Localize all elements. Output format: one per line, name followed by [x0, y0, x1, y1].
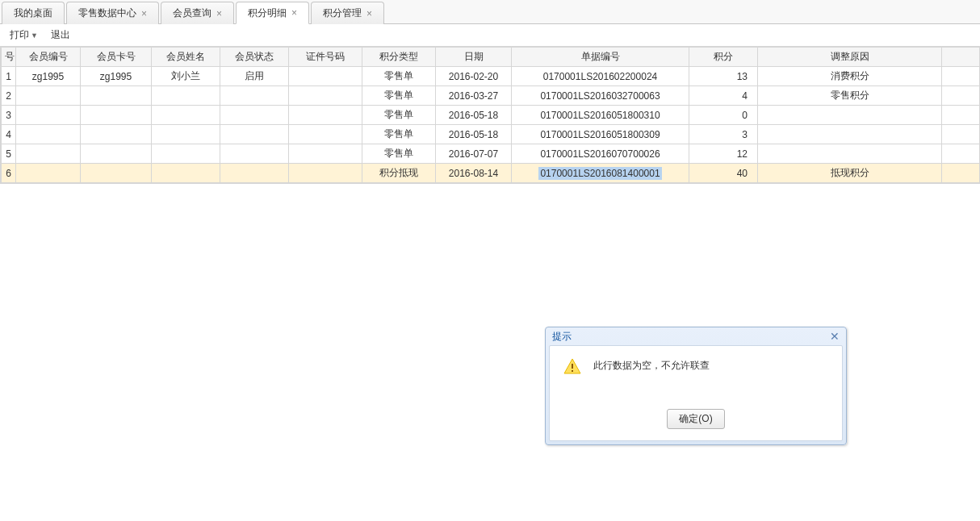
cell — [16, 86, 81, 106]
cell — [152, 164, 220, 183]
cell — [289, 86, 362, 106]
cell — [152, 144, 220, 164]
col-name[interactable]: 会员姓名 — [152, 48, 220, 67]
col-status[interactable]: 会员状态 — [220, 48, 289, 67]
cell — [289, 106, 362, 125]
close-icon[interactable]: × — [216, 8, 222, 19]
table-row[interactable]: 1zg1995zg1995刘小兰启用零售单2016-02-200170001LS… — [2, 67, 980, 86]
table-row[interactable]: 5零售单2016-07-070170001LS201607070002612 — [2, 144, 980, 164]
tab-desktop[interactable]: 我的桌面 — [2, 2, 65, 24]
table-row[interactable]: 4零售单2016-05-180170001LS20160518003093 — [2, 125, 980, 144]
cell: 40 — [689, 164, 758, 183]
cell — [289, 67, 362, 86]
cell: 零售单 — [362, 86, 436, 106]
dialog-title: 提示 — [552, 330, 572, 344]
cell: 3 — [2, 106, 16, 125]
cell: 启用 — [220, 67, 289, 86]
tab-member-query[interactable]: 会员查询× — [161, 2, 234, 24]
cell: 1 — [2, 67, 16, 86]
cell — [220, 86, 289, 106]
cell — [220, 106, 289, 125]
col-points[interactable]: 积分 — [689, 48, 758, 67]
cell — [220, 125, 289, 144]
tab-bar: 我的桌面 零售数据中心× 会员查询× 积分明细× 积分管理× — [0, 0, 980, 24]
cell-tail — [942, 86, 980, 106]
cell — [289, 144, 362, 164]
close-icon[interactable]: × — [366, 8, 372, 19]
ok-label: 确定(O) — [679, 413, 712, 424]
exit-button[interactable]: 退出 — [44, 27, 77, 44]
cell: 0170001LS201602200024 — [512, 67, 689, 86]
tab-label: 积分明细 — [248, 6, 287, 20]
dialog-message: 此行数据为空，不允许联查 — [593, 357, 710, 373]
cell: 3 — [689, 125, 758, 144]
cell: 0170001LS2016081400001 — [512, 164, 689, 183]
cell: 零售积分 — [758, 86, 942, 106]
cell: 刘小兰 — [152, 67, 220, 86]
cell: 0 — [689, 106, 758, 125]
cell — [16, 144, 81, 164]
cell: zg1995 — [81, 67, 152, 86]
col-bill[interactable]: 单据编号 — [512, 48, 689, 67]
close-icon[interactable]: × — [141, 8, 147, 19]
warning-icon — [563, 357, 582, 377]
table-row[interactable]: 2零售单2016-03-270170001LS20160327000634零售积… — [2, 86, 980, 106]
cell: 2016-05-18 — [436, 106, 512, 125]
cell: 消费积分 — [758, 67, 942, 86]
svg-rect-0 — [572, 364, 573, 369]
cell — [220, 144, 289, 164]
cell — [152, 125, 220, 144]
cell — [81, 144, 152, 164]
cell — [220, 164, 289, 183]
print-menu[interactable]: 打印▼ — [3, 27, 44, 44]
tab-points-detail[interactable]: 积分明细× — [236, 2, 309, 24]
cell: 积分抵现 — [362, 164, 436, 183]
print-label: 打印 — [10, 29, 29, 40]
cell: 2016-07-07 — [436, 144, 512, 164]
cell: 2 — [2, 86, 16, 106]
cell: 5 — [2, 144, 16, 164]
cell — [758, 106, 942, 125]
close-icon[interactable]: ✕ — [830, 330, 840, 343]
cell: 0170001LS2016051800310 — [512, 106, 689, 125]
cell: zg1995 — [16, 67, 81, 86]
table-row[interactable]: 3零售单2016-05-180170001LS20160518003100 — [2, 106, 980, 125]
col-card-no[interactable]: 会员卡号 — [81, 48, 152, 67]
cell-tail — [942, 67, 980, 86]
table-row[interactable]: 6积分抵现2016-08-140170001LS201608140000140抵… — [2, 164, 980, 183]
cell: 6 — [2, 164, 16, 183]
col-idx[interactable]: 号 — [2, 48, 16, 67]
cell — [81, 106, 152, 125]
col-date[interactable]: 日期 — [436, 48, 512, 67]
tab-label: 积分管理 — [323, 6, 362, 20]
tab-label: 我的桌面 — [14, 6, 52, 20]
cell: 0170001LS2016051800309 — [512, 125, 689, 144]
cell — [81, 164, 152, 183]
cell: 零售单 — [362, 106, 436, 125]
col-reason[interactable]: 调整原因 — [758, 48, 942, 67]
tab-points-manage[interactable]: 积分管理× — [311, 2, 384, 24]
cell — [16, 106, 81, 125]
ok-button[interactable]: 确定(O) — [667, 409, 724, 429]
cell — [289, 125, 362, 144]
close-icon[interactable]: × — [291, 7, 297, 19]
cell: 零售单 — [362, 67, 436, 86]
col-type[interactable]: 积分类型 — [362, 48, 436, 67]
cell: 0170001LS2016032700063 — [512, 86, 689, 106]
cell: 0170001LS2016070700026 — [512, 144, 689, 164]
cell: 抵现积分 — [758, 164, 942, 183]
cell: 零售单 — [362, 125, 436, 144]
cell: 2016-05-18 — [436, 125, 512, 144]
cell: 2016-02-20 — [436, 67, 512, 86]
cell: 12 — [689, 144, 758, 164]
col-cert[interactable]: 证件号码 — [289, 48, 362, 67]
cell — [758, 144, 942, 164]
col-member-id[interactable]: 会员编号 — [16, 48, 81, 67]
cell: 零售单 — [362, 144, 436, 164]
dialog-titlebar[interactable]: 提示 ✕ — [546, 327, 846, 345]
tab-label: 零售数据中心 — [78, 6, 136, 20]
cell-tail — [942, 164, 980, 183]
cell-tail — [942, 125, 980, 144]
tab-retail-data[interactable]: 零售数据中心× — [66, 2, 159, 24]
svg-rect-1 — [572, 370, 573, 372]
